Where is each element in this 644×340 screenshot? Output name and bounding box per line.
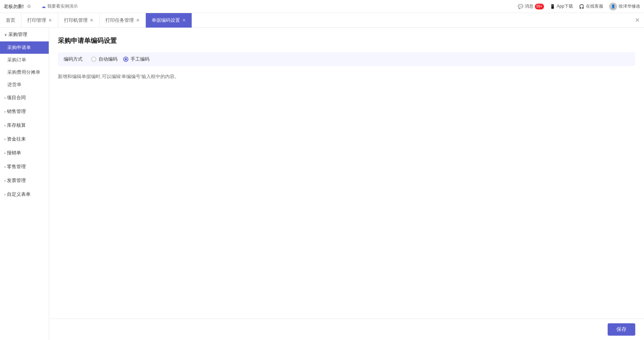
main-layout: ∨ 采购管理 采购申请单 采购订单 采购费用分摊单 进货单 › 项目合同 › 销…	[0, 28, 644, 340]
manual-code-radio-circle	[123, 57, 128, 62]
sidebar-group-retail[interactable]: › 零售管理	[0, 160, 49, 174]
top-bar: 老板勿删! ⚙ ☁ 我要看实例演示 💬 消息 99+ 📱 App下载 🎧 在线客…	[0, 0, 644, 13]
tab-print-management[interactable]: 打印管理 ✕	[21, 13, 58, 28]
chevron-right-icon-6: ›	[4, 165, 5, 169]
encoding-label: 编码方式	[64, 56, 83, 62]
manual-code-radio[interactable]: 手工编码	[123, 56, 149, 62]
app-title: 老板勿删!	[4, 3, 24, 10]
content-area: 采购申请单编码设置 编码方式 自动编码 手工编码 新增和编辑单据编时,可以编辑'…	[49, 28, 644, 340]
encoding-row: 编码方式 自动编码 手工编码	[58, 52, 635, 66]
user-menu[interactable]: 👤 徐泽华修改	[609, 3, 640, 11]
chevron-right-icon-5: ›	[4, 151, 5, 155]
message-icon: 💬	[518, 4, 523, 9]
content-inner: 采购申请单编码设置 编码方式 自动编码 手工编码 新增和编辑单据编时,可以编辑'…	[49, 28, 644, 319]
user-avatar: 👤	[609, 3, 617, 11]
tab-bar: 首页 打印管理 ✕ 打印机管理 ✕ 打印任务管理 ✕ 单据编码设置 ✕ ✕	[0, 13, 644, 28]
sidebar-group-inventory[interactable]: › 库存核算	[0, 118, 49, 132]
sidebar-group-expense-claim[interactable]: › 报销单	[0, 146, 49, 160]
tab-close-printer-management[interactable]: ✕	[90, 18, 93, 23]
sidebar-item-incoming[interactable]: 进货单	[0, 78, 49, 91]
message-button[interactable]: 💬 消息 99+	[518, 3, 544, 9]
headset-icon: 🎧	[579, 4, 584, 9]
top-bar-left: 老板勿删! ⚙ ☁ 我要看实例演示	[4, 3, 518, 10]
settings-icon[interactable]: ⚙	[27, 4, 31, 9]
sidebar-group-purchase[interactable]: ∨ 采购管理	[0, 28, 49, 41]
sidebar-group-project[interactable]: › 项目合同	[0, 91, 49, 105]
save-button[interactable]: 保存	[608, 323, 635, 336]
chevron-down-icon: ∨	[4, 33, 7, 37]
demo-link[interactable]: ☁ 我要看实例演示	[41, 3, 78, 9]
chevron-right-icon: ›	[4, 96, 5, 100]
tab-close-encoding[interactable]: ✕	[182, 18, 186, 23]
footer-bar: 保存	[49, 319, 644, 340]
sidebar-item-purchase-expense[interactable]: 采购费用分摊单	[0, 66, 49, 78]
cloud-icon: ☁	[41, 4, 46, 9]
sidebar-item-purchase-order[interactable]: 采购订单	[0, 54, 49, 66]
tab-print-task-management[interactable]: 打印任务管理 ✕	[100, 13, 146, 28]
online-service-button[interactable]: 🎧 在线客服	[579, 3, 603, 9]
chevron-right-icon-3: ›	[4, 124, 5, 128]
top-bar-right: 💬 消息 99+ 📱 App下载 🎧 在线客服 👤 徐泽华修改	[518, 3, 640, 11]
page-title: 采购申请单编码设置	[58, 36, 635, 45]
encoding-radio-group: 自动编码 手工编码	[91, 56, 149, 62]
phone-icon: 📱	[550, 4, 555, 9]
tab-home[interactable]: 首页	[0, 13, 21, 28]
auto-code-radio-circle	[91, 57, 96, 62]
sidebar-group-sales[interactable]: › 销售管理	[0, 105, 49, 118]
sidebar-group-custom-form[interactable]: › 自定义表单	[0, 187, 49, 201]
chevron-right-icon-7: ›	[4, 179, 5, 183]
auto-code-radio[interactable]: 自动编码	[91, 56, 117, 62]
chevron-right-icon-4: ›	[4, 137, 5, 141]
sidebar-item-purchase-request[interactable]: 采购申请单	[0, 41, 49, 54]
app-download-button[interactable]: 📱 App下载	[550, 3, 573, 9]
chevron-right-icon-8: ›	[4, 193, 5, 197]
chevron-right-icon-2: ›	[4, 110, 5, 114]
tab-bar-close-button[interactable]: ✕	[631, 17, 644, 24]
sidebar-group-funds[interactable]: › 资金往来	[0, 132, 49, 146]
sidebar: ∨ 采购管理 采购申请单 采购订单 采购费用分摊单 进货单 › 项目合同 › 销…	[0, 28, 49, 340]
tab-printer-management[interactable]: 打印机管理 ✕	[58, 13, 100, 28]
tab-encoding-settings[interactable]: 单据编码设置 ✕	[146, 13, 192, 28]
hint-text: 新增和编辑单据编时,可以编辑'单编编号'输入框中的内容。	[58, 73, 635, 80]
tab-close-print-task[interactable]: ✕	[136, 18, 140, 23]
sidebar-group-invoice[interactable]: › 发票管理	[0, 174, 49, 187]
tab-close-print-management[interactable]: ✕	[48, 18, 52, 23]
message-badge: 99+	[535, 4, 544, 9]
